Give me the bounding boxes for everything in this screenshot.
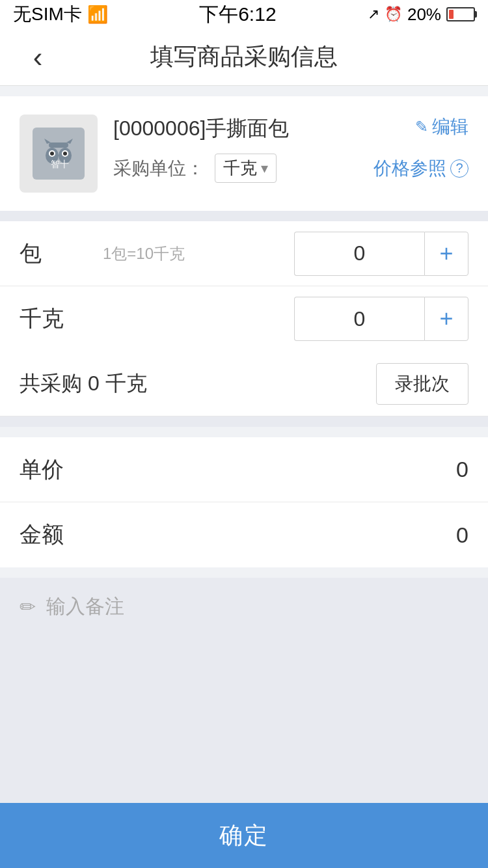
amount-row: 金额 0 bbox=[0, 502, 488, 567]
status-right: ↗ ⏰ 20% bbox=[368, 5, 475, 25]
bag-plus-button[interactable]: + bbox=[424, 232, 468, 276]
product-thumbnail: 智十 bbox=[20, 115, 98, 193]
help-icon: ? bbox=[450, 159, 468, 178]
product-unit-row: 采购单位： 千克 ▾ 价格参照 ? bbox=[113, 154, 468, 183]
confirm-label: 确定 bbox=[219, 820, 269, 852]
notes-placeholder: 输入备注 bbox=[46, 593, 124, 620]
kg-controls: + bbox=[294, 297, 468, 341]
unit-price-label: 单价 bbox=[20, 455, 64, 485]
svg-marker-7 bbox=[44, 139, 51, 144]
kg-plus-button[interactable]: + bbox=[424, 297, 468, 341]
svg-rect-6 bbox=[49, 142, 68, 148]
unit-price-value: 0 bbox=[456, 457, 468, 482]
alarm-icon: ⏰ bbox=[385, 6, 402, 23]
kg-input-row: 千克 + bbox=[0, 286, 488, 351]
quantity-section: 包 1包=10千克 + 千克 + bbox=[0, 221, 488, 351]
status-left: 无SIM卡 📶 bbox=[13, 2, 108, 27]
bag-controls: + bbox=[294, 232, 468, 276]
edit-icon: ✎ bbox=[415, 118, 428, 136]
kg-label: 千克 bbox=[20, 304, 98, 334]
edit-label: 编辑 bbox=[432, 115, 468, 139]
wifi-icon: 📶 bbox=[87, 5, 108, 25]
notes-section[interactable]: ✏ 输入备注 bbox=[0, 578, 488, 636]
svg-text:智十: 智十 bbox=[51, 159, 69, 169]
nav-bar: ‹ 填写商品采购信息 bbox=[0, 29, 488, 86]
unit-label: 采购单位： bbox=[113, 156, 204, 181]
amount-value: 0 bbox=[456, 522, 468, 548]
status-bar: 无SIM卡 📶 下午6:12 ↗ ⏰ 20% bbox=[0, 0, 488, 29]
batch-button[interactable]: 录批次 bbox=[376, 363, 468, 405]
price-section: 单价 0 金额 0 bbox=[0, 437, 488, 567]
bag-sublabel: 1包=10千克 bbox=[103, 243, 185, 264]
unit-select[interactable]: 千克 ▾ bbox=[215, 154, 277, 183]
location-icon: ↗ bbox=[368, 6, 379, 23]
confirm-button[interactable]: 确定 bbox=[0, 803, 488, 868]
bag-quantity-input[interactable] bbox=[294, 232, 424, 276]
edit-button[interactable]: ✎ 编辑 bbox=[415, 115, 468, 139]
price-ref-button[interactable]: 价格参照 ? bbox=[373, 156, 468, 181]
product-card: 智十 [0000006]手撕面包 采购单位： 千克 ▾ 价格参照 ? ✎ 编辑 bbox=[0, 96, 488, 211]
unit-value: 千克 bbox=[223, 157, 257, 180]
bag-input-row: 包 1包=10千克 + bbox=[0, 221, 488, 286]
carrier-text: 无SIM卡 bbox=[13, 2, 82, 27]
battery-icon bbox=[446, 7, 475, 21]
back-button[interactable]: ‹ bbox=[18, 38, 57, 77]
back-icon: ‹ bbox=[33, 41, 43, 74]
kg-quantity-input[interactable] bbox=[294, 297, 424, 341]
unit-price-row: 单价 0 bbox=[0, 437, 488, 502]
product-logo: 智十 bbox=[33, 128, 85, 180]
unit-dropdown-arrow: ▾ bbox=[261, 160, 268, 177]
summary-row: 共采购 0 千克 录批次 bbox=[0, 351, 488, 416]
svg-point-5 bbox=[63, 152, 67, 156]
status-time: 下午6:12 bbox=[199, 1, 276, 28]
summary-text: 共采购 0 千克 bbox=[20, 370, 147, 398]
amount-label: 金额 bbox=[20, 520, 64, 550]
price-ref-label: 价格参照 bbox=[373, 156, 446, 181]
bag-label: 包 bbox=[20, 239, 98, 269]
section-divider-2 bbox=[0, 416, 488, 427]
pencil-icon: ✏ bbox=[20, 595, 36, 618]
section-divider-1 bbox=[0, 211, 488, 221]
svg-point-4 bbox=[50, 152, 54, 156]
battery-percentage: 20% bbox=[407, 5, 441, 25]
svg-marker-8 bbox=[66, 139, 73, 144]
page-title: 填写商品采购信息 bbox=[150, 41, 338, 73]
